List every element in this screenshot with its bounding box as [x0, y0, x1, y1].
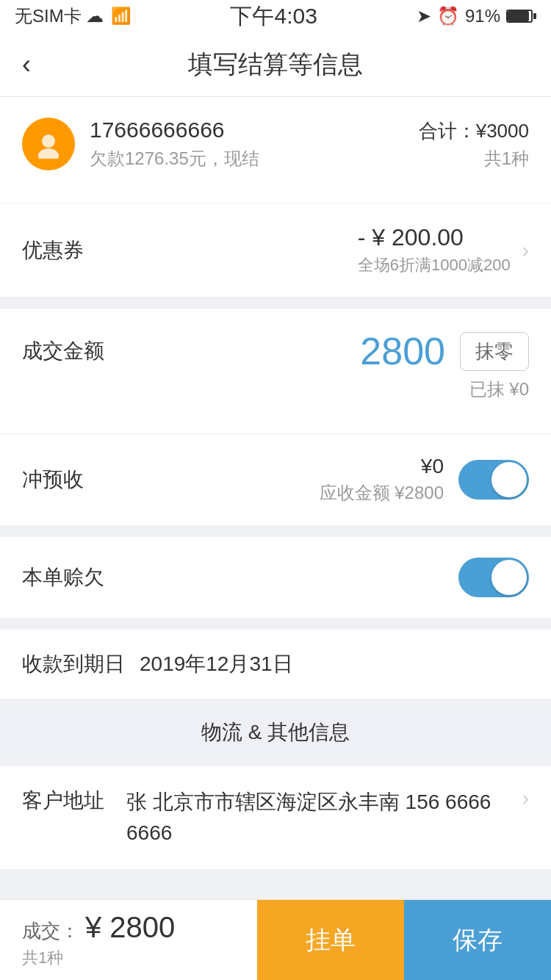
address-label: 客户地址	[22, 787, 104, 815]
svg-point-0	[42, 134, 55, 148]
save-button[interactable]: 保存	[404, 900, 551, 981]
status-time: 下午4:03	[230, 1, 317, 32]
deal-amount: 2800	[360, 329, 445, 373]
sim-label: 无SIM卡 ☁	[15, 4, 104, 28]
status-bar: 无SIM卡 ☁ 📶 下午4:03 ➤ ⏰ 91%	[0, 0, 551, 32]
divider-text: 物流 & 其他信息	[201, 718, 350, 746]
footer-amount: ¥ 2800	[85, 911, 175, 944]
alarm-icon: ⏰	[437, 6, 459, 26]
svg-point-1	[38, 148, 59, 159]
customer-subtitle: 欠款1276.35元，现结	[90, 147, 259, 170]
deal-label: 成交金额	[22, 337, 104, 365]
coupon-detail: 全场6折满1000减200	[358, 254, 511, 276]
nav-bar: ‹ 填写结算等信息	[0, 32, 551, 97]
coupon-discount: - ¥ 200.00	[358, 224, 511, 251]
total-amount: 合计：¥3000	[419, 118, 529, 144]
customer-card: 17666666666 欠款1276.35元，现结 合计：¥3000 共1种 优…	[0, 97, 551, 297]
avatar	[22, 118, 75, 170]
address-value: 张 北京市市辖区海淀区永丰南 156 6666 6666	[126, 787, 516, 849]
status-right: ➤ ⏰ 91%	[417, 6, 536, 26]
customer-total: 合计：¥3000 共1种	[419, 118, 529, 170]
duedate-label: 收款到期日	[22, 650, 125, 678]
footer-deal-row: 成交： ¥ 2800	[22, 911, 235, 944]
hang-order-button[interactable]: 挂单	[257, 900, 404, 981]
customer-phone: 17666666666	[90, 118, 259, 143]
duedate-section: 收款到期日 2019年12月31日	[0, 630, 551, 699]
deal-section: 成交金额 2800 抹零 已抹 ¥0	[0, 309, 551, 422]
back-button[interactable]: ‹	[22, 49, 31, 80]
footer: 成交： ¥ 2800 共1种 挂单 保存	[0, 899, 551, 980]
battery-icon	[506, 10, 536, 23]
deal-sub: 已抹 ¥0	[22, 378, 529, 401]
customer-info: 17666666666 欠款1276.35元，现结	[90, 118, 259, 170]
wifi-icon: 📶	[111, 7, 131, 26]
duedate-value: 2019年12月31日	[140, 650, 293, 678]
prereceive-amount: ¥0	[320, 455, 444, 478]
status-left: 无SIM卡 ☁ 📶	[15, 4, 131, 28]
deal-amount-group: 2800 抹零	[360, 329, 529, 373]
chevron-right-icon: ›	[522, 239, 529, 262]
debt-section: 本单赊欠	[0, 537, 551, 618]
footer-info: 成交： ¥ 2800 共1种	[0, 911, 257, 969]
coupon-right: - ¥ 200.00 全场6折满1000减200 ›	[358, 224, 529, 276]
coupon-info: - ¥ 200.00 全场6折满1000减200	[358, 224, 511, 276]
debt-toggle[interactable]	[458, 558, 529, 597]
prereceive-right: ¥0 应收金额 ¥2800	[320, 455, 529, 505]
divider-section: 物流 & 其他信息	[0, 710, 551, 754]
address-section[interactable]: 客户地址 张 北京市市辖区海淀区永丰南 156 6666 6666 ›	[0, 766, 551, 869]
location-icon: ➤	[417, 6, 431, 26]
toggle-knob	[491, 462, 527, 497]
customer-row: 17666666666 欠款1276.35元，现结 合计：¥3000 共1种	[0, 97, 551, 191]
address-chevron-icon: ›	[522, 787, 529, 810]
round-button[interactable]: 抹零	[460, 332, 529, 371]
total-count: 共1种	[419, 147, 529, 170]
footer-count: 共1种	[22, 947, 235, 969]
deal-card: 成交金额 2800 抹零 已抹 ¥0 冲预收 ¥0 应收金额 ¥2800	[0, 309, 551, 525]
debt-toggle-knob	[491, 560, 527, 595]
deal-row: 成交金额 2800 抹零	[22, 329, 529, 373]
prereceive-amount-group: ¥0 应收金额 ¥2800	[320, 455, 444, 505]
prereceive-row: 冲预收 ¥0 应收金额 ¥2800	[0, 433, 551, 525]
coupon-row[interactable]: 优惠券 - ¥ 200.00 全场6折满1000减200 ›	[0, 203, 551, 297]
prereceive-sub: 应收金额 ¥2800	[320, 481, 444, 505]
coupon-label: 优惠券	[22, 237, 84, 264]
prereceive-toggle[interactable]	[458, 460, 529, 500]
prereceive-label: 冲预收	[22, 466, 84, 494]
footer-deal-label: 成交：	[22, 918, 79, 944]
debt-label: 本单赊欠	[22, 563, 104, 591]
page-title: 填写结算等信息	[188, 48, 363, 82]
customer-left: 17666666666 欠款1276.35元，现结	[22, 118, 259, 170]
battery-percent: 91%	[465, 6, 500, 26]
